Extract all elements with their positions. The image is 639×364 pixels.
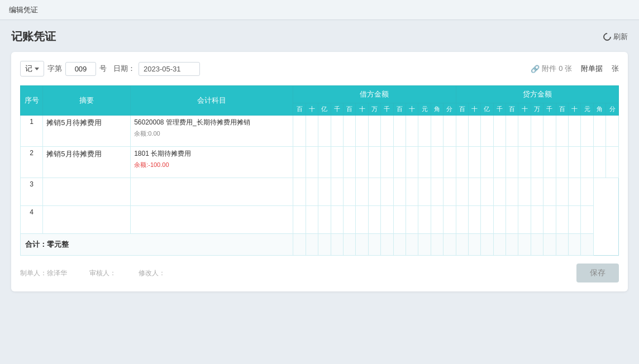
th-c10: 十 xyxy=(569,103,581,116)
th-c9: 百 xyxy=(556,103,568,116)
th-d10: 十 xyxy=(406,103,418,116)
th-d11: 元 xyxy=(418,103,431,116)
row1-d9[interactable] xyxy=(393,116,406,147)
save-button[interactable]: 保存 xyxy=(576,264,619,282)
title-bar: 编辑凭证 xyxy=(0,0,639,20)
creator-label: 制单人：徐泽华 xyxy=(20,269,67,278)
th-d4: 千 xyxy=(331,103,343,116)
row1-d4[interactable] xyxy=(331,116,343,147)
row2-c13[interactable] xyxy=(606,147,619,178)
type-dropdown[interactable]: 记 xyxy=(20,61,44,76)
row2-c3[interactable] xyxy=(481,147,493,178)
row1-c12[interactable] xyxy=(593,116,605,147)
row2-d10[interactable] xyxy=(406,147,418,178)
th-d6: 十 xyxy=(356,103,368,116)
row1-summary[interactable]: 摊销5月待摊费用 xyxy=(43,116,131,147)
row2-account[interactable]: 1801 长期待摊费用 余额:-100.00 xyxy=(131,147,293,178)
refresh-button[interactable]: 刷新 xyxy=(603,32,628,42)
row1-c4[interactable] xyxy=(493,116,506,147)
row2-c12[interactable] xyxy=(593,147,605,178)
row1-c11[interactable] xyxy=(581,116,593,147)
row1-c8[interactable] xyxy=(543,116,556,147)
row1-d1[interactable] xyxy=(293,116,306,147)
date-input[interactable] xyxy=(139,62,200,76)
row1-d13[interactable] xyxy=(444,116,456,147)
th-d12: 角 xyxy=(431,103,443,116)
row2-account-text: 1801 长期待摊费用 xyxy=(134,149,289,159)
row2-balance: 余额:-100.00 xyxy=(134,161,289,169)
row2-d3[interactable] xyxy=(318,147,331,178)
row1-c2[interactable] xyxy=(468,116,480,147)
refresh-label: 刷新 xyxy=(613,32,628,42)
row1-d10[interactable] xyxy=(406,116,418,147)
row4-account[interactable] xyxy=(131,206,293,234)
row3-account[interactable] xyxy=(131,178,293,206)
row1-d5[interactable] xyxy=(343,116,355,147)
row2-d11[interactable] xyxy=(418,147,431,178)
row2-d2[interactable] xyxy=(306,147,318,178)
th-c3: 亿 xyxy=(481,103,493,116)
row2-d13[interactable] xyxy=(444,147,456,178)
row1-c10[interactable] xyxy=(569,116,581,147)
type-value: 记 xyxy=(25,64,32,74)
count-label: 张 xyxy=(612,64,619,74)
row2-c1[interactable] xyxy=(456,147,468,178)
row2-c4[interactable] xyxy=(493,147,506,178)
row2-d6[interactable] xyxy=(356,147,368,178)
table-row: 3 xyxy=(21,178,619,206)
date-label: 日期： xyxy=(113,64,135,74)
table-wrapper: 序号 摘要 会计科目 借方金额 贷方金额 xyxy=(20,85,619,256)
attach-bill-button[interactable]: 附单据 xyxy=(581,64,603,74)
row2-c7[interactable] xyxy=(531,147,543,178)
reviewer-label: 审核人： xyxy=(89,269,116,278)
row2-c2[interactable] xyxy=(468,147,480,178)
table-row: 1 摊销5月待摊费用 56020008 管理费用_长期待摊费用摊销 余额:0.0… xyxy=(21,116,619,147)
row2-d4[interactable] xyxy=(331,147,343,178)
row1-account[interactable]: 56020008 管理费用_长期待摊费用摊销 余额:0.00 xyxy=(131,116,293,147)
row2-d9[interactable] xyxy=(393,147,406,178)
page-title: 记账凭证 xyxy=(11,29,56,44)
row1-c6[interactable] xyxy=(518,116,531,147)
th-d3: 亿 xyxy=(318,103,331,116)
row1-d12[interactable] xyxy=(431,116,443,147)
row1-c5[interactable] xyxy=(506,116,518,147)
zi-label: 字第 xyxy=(47,64,62,74)
row4-summary[interactable] xyxy=(43,206,131,234)
row2-c8[interactable] xyxy=(543,147,556,178)
row2-d12[interactable] xyxy=(431,147,443,178)
row2-c6[interactable] xyxy=(518,147,531,178)
row1-c9[interactable] xyxy=(556,116,568,147)
row2-c5[interactable] xyxy=(506,147,518,178)
th-c13: 分 xyxy=(606,103,619,116)
th-d1: 百 xyxy=(293,103,306,116)
row2-d1[interactable] xyxy=(293,147,306,178)
row2-c11[interactable] xyxy=(581,147,593,178)
row1-d11[interactable] xyxy=(418,116,431,147)
row1-account-text: 56020008 管理费用_长期待摊费用摊销 xyxy=(134,118,289,127)
paperclip-icon: 🔗 xyxy=(531,65,540,73)
date-group: 日期： xyxy=(113,62,200,76)
row1-c1[interactable] xyxy=(456,116,468,147)
row2-summary[interactable]: 摊销5月待摊费用 xyxy=(43,147,131,178)
row1-d6[interactable] xyxy=(356,116,368,147)
row1-c3[interactable] xyxy=(481,116,493,147)
th-credit: 贷方金额 xyxy=(456,86,619,103)
table-row: 2 摊销5月待摊费用 1801 长期待摊费用 余额:-100.00 xyxy=(21,147,619,178)
th-c5: 百 xyxy=(506,103,518,116)
row2-d7[interactable] xyxy=(368,147,380,178)
voucher-number-input[interactable] xyxy=(65,62,96,76)
row3-summary[interactable] xyxy=(43,178,131,206)
row2-d5[interactable] xyxy=(343,147,355,178)
row2-d8[interactable] xyxy=(381,147,393,178)
row2-c10[interactable] xyxy=(569,147,581,178)
row1-d7[interactable] xyxy=(368,116,380,147)
attachment-link[interactable]: 🔗 附件 0 张 xyxy=(531,64,572,74)
row2-c9[interactable] xyxy=(556,147,568,178)
row1-d3[interactable] xyxy=(318,116,331,147)
row1-c13[interactable] xyxy=(606,116,619,147)
row1-d2[interactable] xyxy=(306,116,318,147)
row1-c7[interactable] xyxy=(531,116,543,147)
row1-d8[interactable] xyxy=(381,116,393,147)
th-c7: 万 xyxy=(531,103,543,116)
total-row: 合计：零元整 xyxy=(21,234,619,256)
